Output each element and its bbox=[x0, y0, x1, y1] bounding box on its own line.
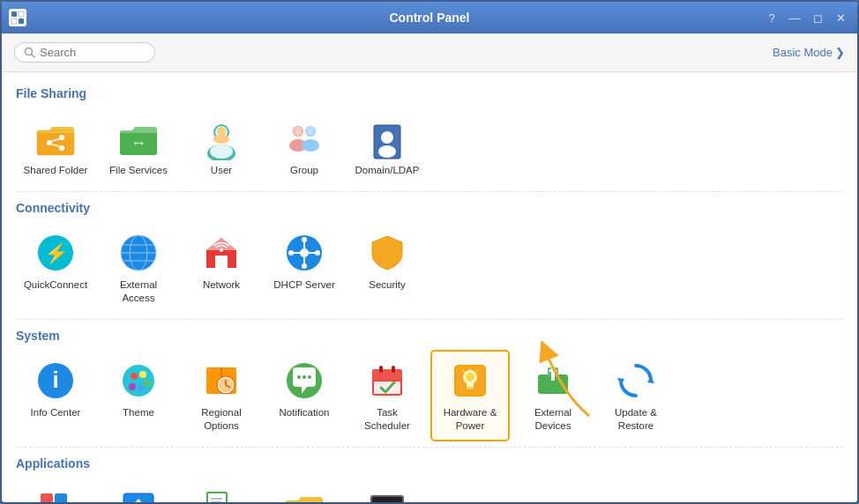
svg-point-57 bbox=[139, 371, 146, 378]
item-info-center[interactable]: i Info Center bbox=[16, 350, 95, 441]
item-user[interactable]: User bbox=[182, 107, 261, 186]
section-title-system: System bbox=[16, 329, 843, 343]
search-box[interactable] bbox=[14, 42, 155, 63]
shared-folder-icon bbox=[34, 116, 78, 160]
quickconnect-icon: ⚡ bbox=[34, 231, 78, 275]
svg-text:⚡: ⚡ bbox=[44, 241, 69, 265]
notification-label: Notification bbox=[280, 406, 330, 419]
item-external-access[interactable]: External Access bbox=[99, 222, 178, 314]
item-shared-folder-sync[interactable]: Shared Folder Sync bbox=[265, 478, 344, 502]
notification-icon bbox=[282, 359, 326, 403]
application-portal-icon bbox=[116, 486, 161, 502]
svg-point-70 bbox=[308, 375, 311, 379]
basic-mode-link[interactable]: Basic Mode ❯ bbox=[773, 46, 845, 59]
svg-point-10 bbox=[59, 145, 64, 151]
svg-point-42 bbox=[220, 248, 223, 252]
svg-rect-113 bbox=[372, 497, 402, 502]
svg-point-19 bbox=[217, 127, 226, 136]
svg-line-84 bbox=[476, 370, 478, 372]
svg-rect-6 bbox=[37, 130, 74, 155]
external-access-icon bbox=[116, 231, 161, 275]
restore-button[interactable]: ◻ bbox=[808, 8, 827, 27]
item-domain-ldap[interactable]: Domain/LDAP bbox=[347, 107, 427, 186]
titlebar: Control Panel ? — ◻ ✕ bbox=[2, 2, 857, 33]
network-label: Network bbox=[203, 278, 240, 292]
file-services-icon: ↔ bbox=[116, 116, 161, 160]
dhcp-server-icon bbox=[282, 231, 326, 275]
item-terminal-snmp[interactable]: > _ Terminal & SNMP bbox=[347, 478, 427, 502]
svg-rect-94 bbox=[55, 493, 67, 502]
svg-marker-90 bbox=[647, 376, 654, 383]
user-label: User bbox=[211, 164, 232, 177]
svg-point-30 bbox=[378, 145, 396, 158]
item-task-scheduler[interactable]: Task Scheduler bbox=[347, 350, 427, 441]
item-shared-folder[interactable]: Shared Folder bbox=[16, 107, 95, 186]
svg-point-55 bbox=[123, 365, 154, 397]
close-button[interactable]: ✕ bbox=[831, 8, 850, 27]
item-hardware-power[interactable]: Hardware & Power bbox=[430, 350, 510, 441]
file-services-label: File Services bbox=[109, 164, 168, 177]
theme-label: Theme bbox=[123, 406, 154, 419]
item-indexing-service[interactable]: Indexing Service bbox=[182, 478, 261, 502]
svg-point-69 bbox=[303, 375, 306, 379]
minimize-button[interactable]: — bbox=[785, 8, 804, 27]
svg-rect-41 bbox=[215, 256, 228, 268]
terminal-snmp-icon: > _ bbox=[365, 486, 409, 502]
svg-line-5 bbox=[32, 55, 35, 58]
item-security[interactable]: Security bbox=[347, 222, 427, 314]
svg-point-68 bbox=[297, 375, 301, 379]
item-file-services[interactable]: ↔ File Services bbox=[99, 107, 178, 186]
app-icon bbox=[9, 9, 26, 26]
item-group[interactable]: Group bbox=[265, 107, 344, 186]
svg-point-51 bbox=[288, 250, 294, 256]
svg-point-26 bbox=[306, 127, 315, 136]
svg-point-25 bbox=[302, 139, 319, 152]
svg-point-56 bbox=[131, 373, 138, 380]
window-controls: ? — ◻ ✕ bbox=[762, 8, 850, 27]
regional-options-label: Regional Options bbox=[187, 406, 256, 433]
item-theme[interactable]: Theme bbox=[99, 350, 178, 441]
external-devices-label: External Devices bbox=[519, 406, 587, 433]
svg-marker-91 bbox=[617, 378, 624, 385]
item-privileges[interactable]: Privileges bbox=[16, 478, 95, 502]
update-restore-label: Update & Restore bbox=[601, 406, 670, 433]
svg-point-18 bbox=[210, 145, 233, 159]
svg-rect-0 bbox=[11, 11, 17, 17]
svg-point-59 bbox=[138, 385, 145, 392]
chevron-right-icon: ❯ bbox=[835, 46, 845, 59]
shared-folder-label: Shared Folder bbox=[24, 164, 88, 177]
item-application-portal[interactable]: Application Portal bbox=[99, 478, 178, 502]
item-quickconnect[interactable]: ⚡ QuickConnect bbox=[16, 222, 95, 314]
item-dhcp-server[interactable]: DHCP Server bbox=[265, 222, 344, 314]
basic-mode-label: Basic Mode bbox=[773, 46, 833, 59]
info-center-icon: i bbox=[34, 359, 78, 403]
titlebar-left bbox=[9, 9, 26, 26]
main-content: File Sharing Sha bbox=[2, 72, 857, 502]
search-input[interactable] bbox=[40, 46, 146, 59]
external-devices-icon bbox=[531, 359, 575, 403]
item-network[interactable]: Network bbox=[182, 222, 261, 314]
svg-rect-3 bbox=[19, 19, 24, 24]
domain-ldap-label: Domain/LDAP bbox=[355, 164, 420, 177]
help-button[interactable]: ? bbox=[762, 8, 781, 27]
privileges-icon bbox=[34, 486, 78, 502]
svg-rect-2 bbox=[11, 19, 17, 24]
svg-point-20 bbox=[213, 135, 229, 144]
item-update-restore[interactable]: Update & Restore bbox=[596, 350, 676, 441]
svg-point-49 bbox=[302, 237, 307, 242]
svg-rect-102 bbox=[208, 493, 226, 502]
svg-rect-73 bbox=[372, 374, 402, 380]
item-notification[interactable]: Notification bbox=[265, 350, 344, 441]
control-panel-window: Control Panel ? — ◻ ✕ Basic Mode ❯ File … bbox=[2, 2, 857, 502]
connectivity-grid: ⚡ QuickConnect bbox=[16, 222, 843, 320]
external-access-label: External Access bbox=[104, 278, 173, 305]
svg-point-52 bbox=[315, 250, 320, 256]
svg-point-60 bbox=[129, 383, 136, 390]
item-regional-options[interactable]: Regional Options bbox=[182, 350, 261, 441]
svg-point-8 bbox=[47, 140, 52, 145]
group-label: Group bbox=[290, 164, 318, 177]
svg-rect-75 bbox=[379, 366, 383, 373]
file-sharing-grid: Shared Folder ↔ File Services bbox=[16, 107, 843, 192]
svg-rect-93 bbox=[41, 493, 53, 502]
item-external-devices[interactable]: External Devices bbox=[513, 350, 593, 441]
